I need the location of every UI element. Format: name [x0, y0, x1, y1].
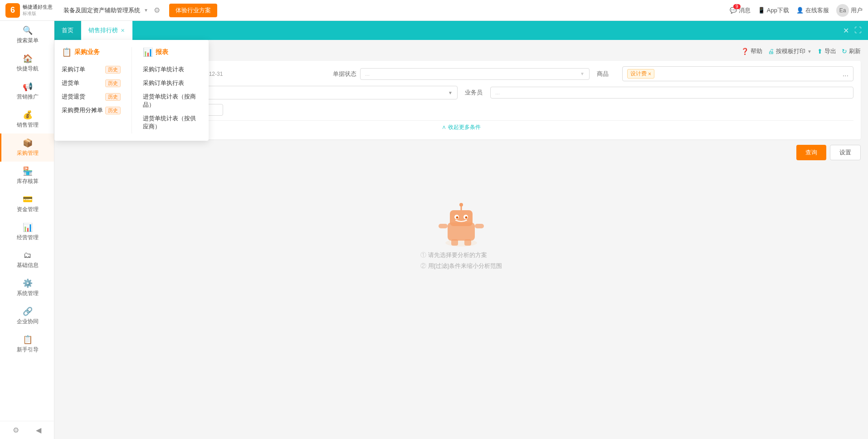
dm-item-goods-receipt[interactable]: 进货单 历史	[62, 76, 121, 90]
logo-area: 6 畅捷通好生意 标准版	[5, 3, 60, 18]
industry-button[interactable]: 体验行业方案	[169, 4, 217, 17]
dm-item-goods-stat-by-supplier[interactable]: 进货单统计表（按供应商）	[143, 112, 202, 133]
capital-icon: 💳	[23, 194, 33, 204]
app-download-item[interactable]: 📱 App下载	[758, 6, 789, 15]
tab-home[interactable]: 首页	[54, 21, 81, 40]
tab-expand-btn[interactable]: ⛶	[852, 26, 864, 35]
dm-goods-return-badge: 历史	[105, 93, 121, 101]
empty-hints: ① 请先选择要分析的方案 ② 用[过滤]条件来缩小分析范围	[420, 251, 502, 270]
logo-icon: 6	[5, 3, 20, 18]
purchase-col-icon: 📋	[62, 47, 72, 57]
sidebar-item-purchase[interactable]: 📦 采购管理	[0, 133, 54, 162]
tab-close-all-btn[interactable]: ✕	[840, 26, 852, 35]
filter-goods: 商品 设计费 × ...	[597, 66, 853, 81]
menu-divider	[132, 47, 132, 133]
goods-label: 商品	[597, 70, 619, 78]
sidebar-item-sales[interactable]: 💰 销售管理	[0, 105, 54, 133]
sidebar-item-enterprise[interactable]: 🔗 企业协同	[0, 302, 54, 330]
goods-dots[interactable]: ...	[843, 70, 848, 78]
svg-point-5	[456, 217, 458, 219]
sidebar-item-capital-label: 资金管理	[17, 206, 39, 213]
inventory-icon: 🏪	[23, 166, 33, 176]
export-btn[interactable]: ⬆ 导出	[817, 47, 836, 55]
help-btn[interactable]: ❓ 帮助	[741, 47, 762, 55]
message-badge: 9	[733, 4, 741, 9]
dm-item-purchase-order[interactable]: 采购订单 历史	[62, 63, 121, 76]
sidebar-item-search-label: 搜索菜单	[17, 37, 39, 44]
goods-input[interactable]: 设计费 × ...	[622, 66, 853, 81]
export-icon: ⬆	[817, 48, 823, 55]
dm-purchase-order-badge: 历史	[105, 66, 121, 74]
online-service-item[interactable]: 👤 在线客服	[796, 6, 829, 15]
header-right: 💬 9 消息 📱 App下载 👤 在线客服 Ea 用户	[730, 4, 863, 17]
refresh-btn[interactable]: ↻ 刷新	[842, 47, 861, 55]
dm-purchase-fee-label: 采购费用分摊单	[62, 106, 103, 114]
tab-sales-rank[interactable]: 销售排行榜 ✕	[81, 21, 132, 40]
sidebar-item-operation-label: 经营管理	[17, 234, 39, 242]
robot-svg	[434, 202, 488, 247]
dm-goods-stat-by-supplier-label: 进货单统计表（按供应商）	[143, 114, 202, 131]
svg-point-8	[459, 203, 463, 207]
user-item[interactable]: Ea 用户	[836, 4, 863, 17]
empty-hint-2: ② 用[过滤]条件来缩小分析范围	[420, 262, 502, 270]
query-button[interactable]: 查询	[796, 145, 826, 160]
system-title-text: 装备及固定资产辅助管理系统	[63, 6, 140, 15]
settings-icon[interactable]: ⚙	[154, 6, 160, 15]
sidebar-item-newbie[interactable]: 📋 新手引导	[0, 330, 54, 358]
sidebar-item-quicknav[interactable]: 🏠 快捷导航	[0, 49, 54, 77]
tab-bar: 首页 销售排行榜 ✕ ✕ ⛶	[54, 21, 868, 40]
dropdown-purchase-title: 采购业务	[74, 48, 100, 56]
online-service-label: 在线客服	[805, 6, 829, 15]
dm-goods-receipt-badge: 历史	[105, 79, 121, 87]
sidebar-item-marketing-label: 营销推广	[17, 93, 39, 101]
system-icon: ⚙️	[23, 278, 33, 288]
sidebar-item-system[interactable]: ⚙️ 系统管理	[0, 274, 54, 302]
sidebar-item-enterprise-label: 企业协同	[17, 318, 39, 326]
dm-goods-stat-by-product-label: 进货单统计表（按商品）	[143, 93, 202, 109]
message-item[interactable]: 💬 9 消息	[730, 6, 751, 15]
svg-rect-12	[464, 239, 471, 246]
dropdown-col-purchase: 📋 采购业务 采购订单 历史 进货单 历史 进货退货 历史 采购费用分摊单 历史	[62, 47, 121, 133]
dropdown-purchase-header: 📋 采购业务	[62, 47, 121, 57]
tab-home-label: 首页	[62, 26, 73, 35]
print-btn[interactable]: 🖨 按模板打印 ▼	[768, 47, 812, 55]
settings-button[interactable]: 设置	[830, 145, 861, 160]
top-header: 6 畅捷通好生意 标准版 装备及固定资产辅助管理系统 ▼ ⚙ 体验行业方案 💬 …	[0, 0, 868, 21]
empty-robot-illustration	[434, 202, 488, 247]
sidebar-item-marketing[interactable]: 📢 营销推广	[0, 77, 54, 105]
tab-sales-rank-label: 销售排行榜	[88, 26, 118, 35]
tab-close-icon[interactable]: ✕	[121, 28, 125, 34]
bill-status-dropdown-icon: ▼	[580, 71, 585, 76]
sidebar-item-inventory[interactable]: 🏪 库存核算	[0, 162, 54, 190]
system-title-dropdown[interactable]: ▼	[144, 8, 148, 13]
refresh-icon: ↻	[842, 48, 847, 55]
dm-item-purchase-order-exec[interactable]: 采购订单执行表	[143, 76, 202, 90]
print-dropdown-icon[interactable]: ▼	[807, 49, 812, 54]
operation-icon: 📊	[23, 222, 33, 232]
goods-tag-close[interactable]: ×	[648, 71, 651, 77]
sidebar-item-search[interactable]: 🔍 搜索菜单	[0, 21, 54, 49]
dropdown-report-title: 报表	[156, 48, 168, 56]
salesperson-input[interactable]: ...	[490, 87, 853, 99]
sidebar-item-system-label: 系统管理	[17, 290, 39, 297]
sidebar-settings-btn[interactable]: ⚙	[13, 426, 19, 434]
print-label: 按模板打印	[776, 47, 805, 55]
sidebar-item-newbie-label: 新手引导	[17, 346, 39, 354]
dropdown-report-header: 📊 报表	[143, 47, 202, 57]
empty-state: ① 请先选择要分析的方案 ② 用[过滤]条件来缩小分析范围	[62, 166, 861, 306]
search-icon: 🔍	[23, 25, 33, 35]
dm-item-purchase-fee[interactable]: 采购费用分摊单 历史	[62, 104, 121, 117]
message-icon-wrap: 💬 9	[730, 7, 737, 14]
dm-item-goods-stat-by-product[interactable]: 进货单统计表（按商品）	[143, 90, 202, 112]
sidebar-item-capital[interactable]: 💳 资金管理	[0, 190, 54, 218]
dropdown-col-report: 📊 报表 采购订单统计表 采购订单执行表 进货单统计表（按商品） 进货单统计表（…	[143, 47, 202, 133]
sidebar-item-basic[interactable]: 🗂 基础信息	[0, 246, 54, 274]
enterprise-icon: 🔗	[23, 306, 33, 316]
dm-item-goods-return[interactable]: 进货退货 历史	[62, 90, 121, 104]
sidebar-collapse-btn[interactable]: ◀	[36, 426, 41, 434]
sidebar-item-operation[interactable]: 📊 经营管理	[0, 218, 54, 246]
dm-item-purchase-order-stat[interactable]: 采购订单统计表	[143, 63, 202, 76]
home-icon: 🏠	[23, 54, 33, 64]
purchase-icon: 📦	[23, 138, 33, 148]
bill-status-input[interactable]: ... ▼	[360, 68, 590, 80]
